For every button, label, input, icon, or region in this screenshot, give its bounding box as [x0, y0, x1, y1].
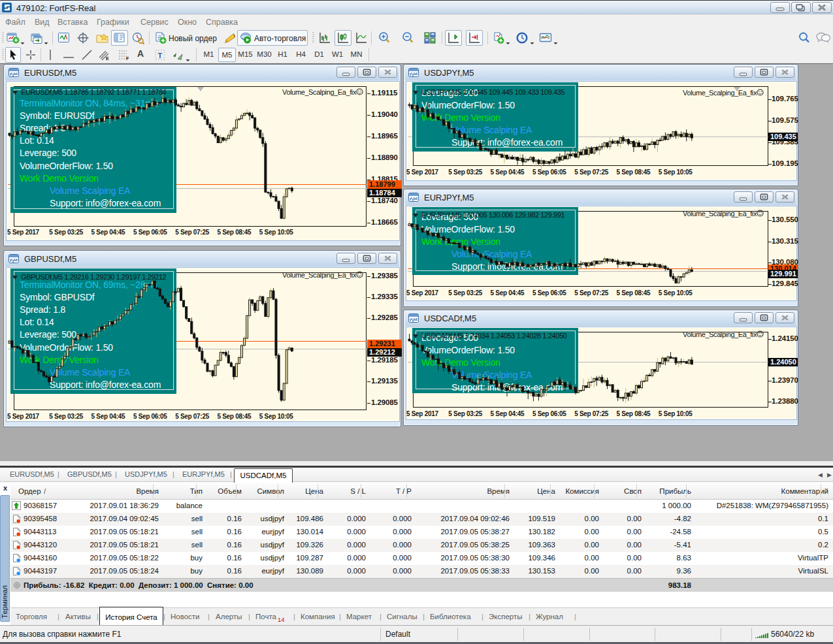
- svg-text:T: T: [158, 52, 163, 59]
- svg-text:E: E: [106, 56, 109, 61]
- svg-text:F: F: [126, 56, 129, 61]
